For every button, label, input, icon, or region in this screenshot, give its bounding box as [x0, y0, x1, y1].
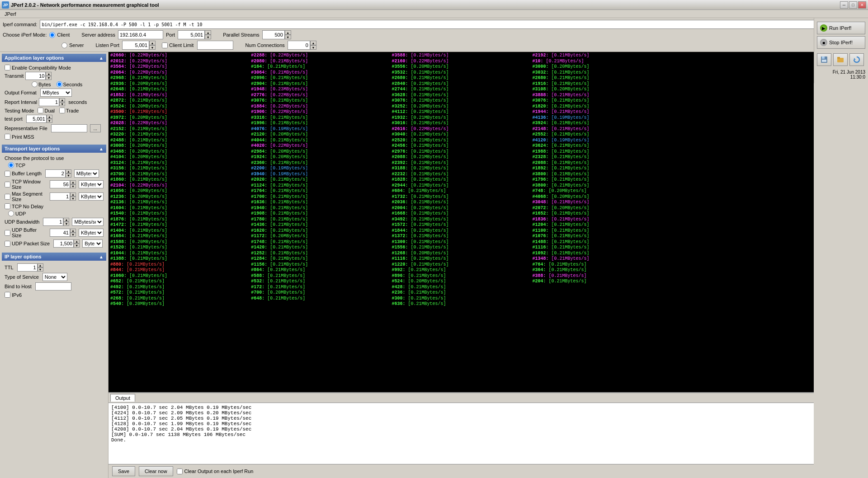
buffer-length-down[interactable]: ▼: [66, 173, 71, 178]
bytes-radio[interactable]: [32, 81, 38, 87]
client-limit-check[interactable]: [162, 42, 168, 48]
client-radio[interactable]: [49, 32, 55, 38]
test-port-input[interactable]: [26, 115, 47, 123]
transport-layer-header[interactable]: Transport layer options ▲: [2, 145, 106, 153]
listen-port-input[interactable]: [122, 41, 149, 50]
transmit-down[interactable]: ▼: [46, 76, 52, 80]
max-segment-input[interactable]: [50, 192, 70, 201]
rep-file-browse[interactable]: ...: [90, 124, 101, 132]
tcp-window-up[interactable]: ▲: [70, 180, 76, 184]
udp-bw-up[interactable]: ▲: [63, 218, 69, 222]
clear-now-button[interactable]: Clear now: [139, 466, 173, 476]
port-up[interactable]: ▲: [205, 30, 211, 35]
close-button[interactable]: ✕: [858, 1, 866, 9]
bind-host-input[interactable]: [35, 282, 71, 291]
save-icon-button[interactable]: [817, 53, 831, 66]
tcp-window-input[interactable]: [50, 180, 70, 188]
udp-buf-down[interactable]: ▼: [70, 233, 76, 237]
udp-bandwidth-input[interactable]: [43, 218, 63, 226]
tcp-window-check[interactable]: [5, 182, 10, 187]
server-radio-group[interactable]: Server: [61, 42, 84, 48]
open-icon-button[interactable]: [833, 53, 848, 66]
app-layer-header[interactable]: Application layer options ▲: [2, 54, 106, 62]
num-conn-down[interactable]: ▼: [310, 45, 316, 50]
tcp-no-delay-check[interactable]: [5, 203, 10, 209]
udp-buffer-input[interactable]: [50, 229, 70, 237]
transport-layer-collapse[interactable]: ▲: [99, 146, 104, 151]
port-input[interactable]: [178, 30, 205, 39]
udp-packet-unit[interactable]: Bytes: [82, 239, 103, 248]
report-interval-input[interactable]: [39, 98, 59, 106]
stop-iperf-button[interactable]: ■ Stop IPerf!: [817, 36, 865, 49]
refresh-icon-button[interactable]: [849, 53, 864, 66]
dual-check[interactable]: [38, 108, 43, 113]
ttl-input[interactable]: [17, 263, 38, 272]
udp-packet-input[interactable]: [53, 239, 74, 248]
listen-port-up[interactable]: ▲: [149, 41, 156, 45]
output-tab[interactable]: Output: [110, 394, 135, 402]
ttl-down[interactable]: ▼: [38, 267, 43, 272]
test-port-up[interactable]: ▲: [47, 115, 52, 119]
buffer-length-up[interactable]: ▲: [66, 169, 71, 173]
udp-packet-check[interactable]: [5, 241, 10, 247]
ip-layer-collapse[interactable]: ▲: [99, 254, 104, 259]
transmit-up[interactable]: ▲: [46, 72, 52, 76]
client-limit-label: Client Limit: [169, 42, 193, 48]
ttl-up[interactable]: ▲: [38, 263, 43, 267]
max-segment-up[interactable]: ▲: [70, 192, 76, 197]
seconds-radio[interactable]: [57, 81, 62, 87]
port-down[interactable]: ▼: [205, 35, 211, 39]
server-radio[interactable]: [61, 42, 67, 48]
report-interval-up[interactable]: ▲: [59, 98, 65, 102]
num-connections-input[interactable]: [288, 41, 310, 50]
parallel-up[interactable]: ▲: [285, 30, 291, 35]
ip-layer-header[interactable]: IP layer options ▲: [2, 253, 106, 261]
max-segment-check[interactable]: [5, 194, 10, 200]
parallel-streams-spinner: ▲ ▼: [262, 30, 291, 39]
output-format-select[interactable]: MBytes KBytes Bits: [40, 89, 72, 97]
udp-buf-up[interactable]: ▲: [70, 229, 76, 233]
tcp-window-unit[interactable]: KBytesMBytes: [79, 180, 104, 188]
udp-bw-down[interactable]: ▼: [63, 222, 69, 226]
rep-file-input[interactable]: [51, 124, 87, 132]
udp-pkt-up[interactable]: ▲: [74, 239, 80, 244]
minimize-button[interactable]: ─: [840, 1, 848, 9]
app-layer-collapse[interactable]: ▲: [99, 56, 104, 61]
buffer-length-input[interactable]: [45, 169, 66, 178]
viz-col-4: #2192: [0.21MBytes/s]#10: [0.21MBytes/s]…: [532, 53, 672, 391]
server-address-input[interactable]: [118, 30, 163, 39]
udp-buffer-check[interactable]: [5, 230, 10, 236]
tos-select[interactable]: None: [42, 273, 67, 281]
save-button[interactable]: Save: [112, 466, 135, 476]
output-content[interactable]: [4100] 0.0-10.7 sec 2.04 MBytes 0.19 MBy…: [108, 403, 814, 464]
run-iperf-button[interactable]: ▶ Run IPerf!: [817, 22, 865, 34]
tradeoff-check[interactable]: [59, 108, 65, 113]
report-interval-down[interactable]: ▼: [59, 102, 65, 106]
client-radio-group[interactable]: Client: [49, 32, 70, 38]
buffer-length-unit[interactable]: MBytesKBytes: [74, 169, 99, 178]
udp-pkt-down[interactable]: ▼: [74, 244, 80, 248]
listen-port-down[interactable]: ▼: [149, 45, 156, 50]
ipv6-check[interactable]: [5, 292, 10, 298]
print-mss-check[interactable]: [5, 134, 10, 140]
compat-mode-check[interactable]: [5, 65, 10, 70]
menu-jperf[interactable]: JPerf: [2, 11, 19, 17]
max-segment-unit[interactable]: KBytes: [79, 192, 104, 201]
test-port-down[interactable]: ▼: [47, 119, 52, 123]
udp-buffer-unit[interactable]: KBytes: [79, 229, 104, 237]
client-limit-input[interactable]: [197, 41, 233, 50]
parallel-streams-input[interactable]: [262, 30, 285, 39]
buffer-length-check[interactable]: [5, 171, 10, 177]
parallel-down[interactable]: ▼: [285, 35, 291, 39]
clear-on-run-check[interactable]: [177, 469, 183, 474]
udp-radio[interactable]: [8, 211, 14, 216]
num-conn-up[interactable]: ▲: [310, 41, 316, 45]
iperf-command-input[interactable]: [40, 20, 865, 29]
maximize-button[interactable]: □: [849, 1, 857, 9]
tcp-label: TCP: [15, 163, 25, 168]
transmit-input[interactable]: [25, 72, 46, 80]
tcp-window-down[interactable]: ▼: [70, 184, 76, 188]
tcp-radio[interactable]: [8, 162, 14, 168]
udp-bandwidth-unit[interactable]: MBytes/secKBytes/sec: [72, 218, 104, 226]
max-segment-down[interactable]: ▼: [70, 197, 76, 201]
